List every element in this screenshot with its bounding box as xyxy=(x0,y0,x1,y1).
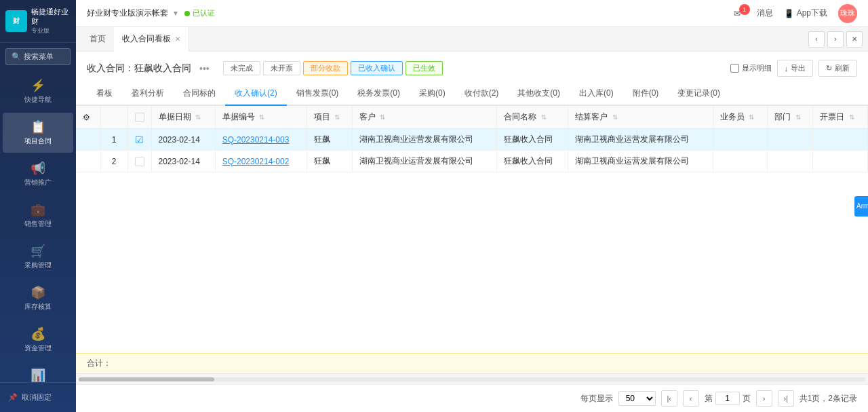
col-header-customer[interactable]: 客户 ⇅ xyxy=(352,106,496,129)
logo-icon: 财 xyxy=(5,10,27,32)
sub-tab-tax-invoice[interactable]: 税务发票(0) xyxy=(348,82,410,106)
col-header-open-date[interactable]: 开票日 ⇅ xyxy=(813,106,868,129)
col-header-checkbox[interactable] xyxy=(127,106,151,129)
status-effective-button[interactable]: 已生效 xyxy=(406,61,443,75)
company-selector[interactable]: 好业财专业版演示帐套 ▼ xyxy=(87,7,179,19)
col-header-contract[interactable]: 合同名称 ⇅ xyxy=(497,106,568,129)
col-header-settings[interactable]: ⚙ xyxy=(76,106,100,129)
sub-tab-profit[interactable]: 盈利分析 xyxy=(122,82,174,106)
row-department xyxy=(768,129,813,151)
refresh-icon: ↻ xyxy=(826,64,832,73)
col-header-salesperson[interactable]: 业务员 ⇅ xyxy=(713,106,768,129)
sidebar-search[interactable]: 🔍 搜索菜单 xyxy=(0,43,76,71)
row-date: 2023-02-14 xyxy=(151,151,215,172)
next-page-button[interactable]: › xyxy=(756,390,772,407)
avatar[interactable]: 珠珠 xyxy=(838,4,857,23)
sub-tab-purchase[interactable]: 采购(0) xyxy=(410,82,455,106)
footer-total-label: 合计： xyxy=(87,358,111,369)
sub-tab-payment[interactable]: 收付款(2) xyxy=(455,82,509,106)
col-header-project[interactable]: 项目 ⇅ xyxy=(307,106,352,129)
row-select-checkbox[interactable] xyxy=(135,157,144,166)
status-not-invoiced-button[interactable]: 未开票 xyxy=(263,61,300,75)
detail-checkbox-input[interactable] xyxy=(730,64,739,73)
status-income-confirmed-button[interactable]: 已收入确认 xyxy=(351,61,403,75)
tab-home[interactable]: 首页 xyxy=(81,27,114,52)
dropdown-arrow-icon: ▼ xyxy=(172,10,179,17)
sort-customer-icon: ⇅ xyxy=(380,113,385,121)
sub-tab-income-confirm[interactable]: 收入确认(2) xyxy=(225,82,287,106)
message-button[interactable]: ✉ 1 消息 xyxy=(734,7,773,19)
row-select-checkbox[interactable]: ☑ xyxy=(135,134,144,145)
tab-income-contract[interactable]: 收入合同看板 ✕ xyxy=(114,27,189,52)
col-header-date[interactable]: 单据日期 ⇅ xyxy=(151,106,215,129)
pin-icon: 📌 xyxy=(8,393,18,402)
tab-next-button[interactable]: › xyxy=(827,31,844,48)
main-content: 好业财专业版演示帐套 ▼ 已认证 ✉ 1 消息 📱 App下载 珠珠 首页 收 xyxy=(76,0,868,412)
row-customer: 湖南卫视商业运营发展有限公司 xyxy=(352,129,496,151)
row-result-customer: 湖南卫视商业运营发展有限公司 xyxy=(568,129,713,151)
status-buttons: 未完成 未开票 部分收款 已收入确认 已生效 xyxy=(223,61,443,75)
row-no: 2 xyxy=(100,151,127,172)
row-salesperson xyxy=(713,151,768,172)
arm-float-button[interactable]: Arm xyxy=(854,196,868,217)
sidebar-item-marketing[interactable]: 📢 营销推广 xyxy=(3,154,73,194)
pagination: 每页显示 50 100 200 |‹ ‹ 第 页 › ›| 共1页，2条记录 xyxy=(76,384,868,412)
refresh-button[interactable]: ↻ 刷新 xyxy=(818,60,857,77)
sales-icon: 💼 xyxy=(31,202,45,217)
status-incomplete-button[interactable]: 未完成 xyxy=(223,61,260,75)
row-checkbox[interactable] xyxy=(127,151,151,172)
page-number-input[interactable] xyxy=(715,392,740,405)
cancel-fixed-button[interactable]: 📌 取消固定 xyxy=(5,388,71,407)
export-button[interactable]: ↓ 导出 xyxy=(777,60,814,77)
row-number[interactable]: SQ-20230214-003 xyxy=(215,129,307,151)
col-header-result-customer[interactable]: 结算客户 ⇅ xyxy=(568,106,713,129)
inventory-icon: 📦 xyxy=(31,285,45,300)
sub-tab-attachment[interactable]: 附件(0) xyxy=(623,82,669,106)
last-page-button[interactable]: ›| xyxy=(778,390,794,407)
tab-close-icon[interactable]: ✕ xyxy=(175,35,180,43)
sort-number-icon: ⇅ xyxy=(259,113,264,121)
project-icon: 📋 xyxy=(31,119,45,134)
sub-tab-out-storage[interactable]: 出入库(0) xyxy=(570,82,623,106)
table-row[interactable]: 1 ☑ 2023-02-14 SQ-20230214-003 狂飙 湖南卫视商业… xyxy=(76,129,868,151)
tab-close-all-button[interactable]: ✕ xyxy=(846,31,863,48)
sub-tab-board[interactable]: 看板 xyxy=(87,82,122,106)
search-menu-button[interactable]: 🔍 搜索菜单 xyxy=(5,48,71,65)
row-open-date xyxy=(813,151,868,172)
prev-page-button[interactable]: ‹ xyxy=(683,390,699,407)
more-options-button[interactable]: ••• xyxy=(199,63,210,74)
sidebar-logo: 财 畅捷通好业财 专业版 xyxy=(0,0,76,43)
sidebar-item-project[interactable]: 📋 项目合同 xyxy=(3,113,73,153)
select-all-checkbox[interactable] xyxy=(135,113,144,122)
sidebar-item-sales[interactable]: 💼 销售管理 xyxy=(3,195,73,236)
tab-prev-button[interactable]: ‹ xyxy=(808,31,825,48)
app-download-button[interactable]: 📱 App下载 xyxy=(784,7,827,19)
sub-tab-other-income[interactable]: 其他收支(0) xyxy=(508,82,570,106)
sidebar-item-capital[interactable]: 💰 资金管理 xyxy=(3,320,73,360)
scrollbar-track[interactable] xyxy=(79,377,865,381)
col-header-department[interactable]: 部门 ⇅ xyxy=(768,106,813,129)
sidebar-item-purchase[interactable]: 🛒 采购管理 xyxy=(3,237,73,277)
row-checkbox[interactable]: ☑ xyxy=(127,129,151,151)
sidebar-bottom[interactable]: 📌 取消固定 xyxy=(0,382,76,412)
status-partial-received-button[interactable]: 部分收款 xyxy=(303,61,348,75)
show-detail-checkbox[interactable]: 显示明细 xyxy=(730,63,772,73)
scrollbar-thumb[interactable] xyxy=(79,377,214,381)
row-customer: 湖南卫视商业运营发展有限公司 xyxy=(352,151,496,172)
first-page-button[interactable]: |‹ xyxy=(661,390,677,407)
row-number[interactable]: SQ-20230214-002 xyxy=(215,151,307,172)
sub-tab-sales-invoice[interactable]: 销售发票(0) xyxy=(287,82,349,106)
col-header-number[interactable]: 单据编号 ⇅ xyxy=(215,106,307,129)
row-department xyxy=(768,151,813,172)
quick-nav-icon: ⚡ xyxy=(31,78,45,93)
sidebar-item-quick-nav[interactable]: ⚡ 快捷导航 xyxy=(3,71,73,111)
sidebar-item-inventory[interactable]: 📦 库存核算 xyxy=(3,278,73,318)
sub-tab-contract-standard[interactable]: 合同标的 xyxy=(174,82,225,106)
table-row[interactable]: 2 2023-02-14 SQ-20230214-002 狂飙 湖南卫视商业运营… xyxy=(76,151,868,172)
page-header: 收入合同：狂飙收入合同 ••• 未完成 未开票 部分收款 已收入确认 已生效 显… xyxy=(76,52,868,77)
sub-tab-change-record[interactable]: 变更记录(0) xyxy=(668,82,730,106)
per-page-select[interactable]: 50 100 200 xyxy=(618,391,656,406)
sidebar-item-general[interactable]: 📊 总账管理 xyxy=(3,361,73,382)
export-icon: ↓ xyxy=(785,64,789,73)
horizontal-scrollbar[interactable] xyxy=(76,373,868,384)
